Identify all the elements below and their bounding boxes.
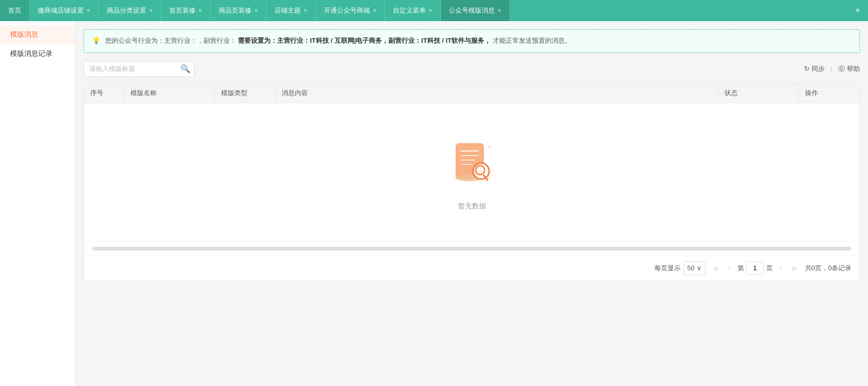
tab-wshop-settings-close[interactable]: × [87,7,90,14]
scrollbar-track[interactable] [92,247,851,251]
tab-open-wechat-shop-label: 开通公众号商城 [324,6,370,15]
prev-page-button[interactable]: ‹ [723,262,736,274]
notice-highlight: 需要设置为：主营行业：IT科技 / 互联网|电子商务，副营行业：IT科技 / I… [238,37,491,44]
help-button[interactable]: ⓪ 帮助 [838,64,860,73]
pagination-nav: ⊲ ‹ 第 页 › ⊳ [709,262,801,275]
empty-text: 暂无数据 [458,202,486,211]
top-navigation: 首页 微商城店铺设置 × 商品分类设置 × 首页装修 × 商品页装修 × 店铺主… [0,0,868,21]
column-name: 模版名称 [124,84,215,103]
data-table: 序号 模版名称 模版类型 消息内容 状态 操作 [84,83,860,281]
tab-template-msg[interactable]: 公众号模版消息 × [441,0,510,21]
current-page-input[interactable] [746,262,764,275]
column-index: 序号 [84,84,124,103]
tab-homepage-decor[interactable]: 首页装修 × [161,0,211,21]
tab-home[interactable]: 首页 [0,0,30,21]
tab-custom-menu-label: 自定义菜单 [393,6,426,15]
tab-shop-theme-label: 店铺主题 [275,6,301,15]
main-layout: 模版消息 模版消息记录 💡 您的公众号行业为：主营行业：，副营行业： 需要设置为… [0,21,868,386]
sidebar-item-template-msg-record[interactable]: 模版消息记录 [0,44,75,63]
tab-product-category[interactable]: 商品分类设置 × [99,0,161,21]
page-label: 第 [738,264,744,273]
pagination: 每页显示 50 ∨ ⊲ ‹ 第 页 › ⊳ 共0页，0条记录 [84,256,859,280]
tab-template-msg-close[interactable]: × [498,7,501,14]
sidebar-item-template-msg[interactable]: 模版消息 [0,25,75,44]
page-size-select[interactable]: 50 ∨ [684,261,705,275]
help-label: 帮助 [847,64,860,73]
svg-text:✦: ✦ [452,158,455,162]
search-button[interactable]: 🔍 [180,64,190,73]
tab-product-category-close[interactable]: × [149,7,153,14]
column-action: 操作 [799,84,859,103]
total-info: 共0页，0条记录 [805,264,851,273]
sidebar-item-template-msg-record-label: 模版消息记录 [10,49,52,57]
notice-suffix: 才能正常发送预置的消息。 [493,37,571,44]
column-type: 模版类型 [215,84,276,103]
content-area: 💡 您的公众号行业为：主营行业：，副营行业： 需要设置为：主营行业：IT科技 /… [76,21,868,386]
tab-homepage-decor-label: 首页装修 [169,6,195,15]
tab-custom-menu-close[interactable]: × [429,7,432,14]
page-size-chevron-icon: ∨ [697,264,702,272]
column-content: 消息内容 [276,84,718,103]
notice-prefix: 您的公众号行业为：主营行业：，副营行业： [105,37,236,44]
page-size-wrap: 每页显示 50 ∨ [654,261,705,275]
sync-icon: ↻ [804,65,810,72]
tab-open-wechat-shop[interactable]: 开通公众号商城 × [316,0,385,21]
tab-product-decor-close[interactable]: × [254,7,258,14]
table-header: 序号 模版名称 模版类型 消息内容 状态 操作 [84,84,859,103]
close-all-tabs-button[interactable]: × [847,0,868,21]
notice-box: 💡 您的公众号行业为：主营行业：，副营行业： 需要设置为：主营行业：IT科技 /… [84,29,860,53]
tab-homepage-decor-close[interactable]: × [198,7,202,14]
sidebar: 模版消息 模版消息记录 [0,21,76,386]
first-page-button[interactable]: ⊲ [709,262,721,274]
svg-text:✦: ✦ [487,144,491,149]
tab-wshop-settings-label: 微商城店铺设置 [38,6,84,15]
tab-open-wechat-shop-close[interactable]: × [373,7,376,14]
search-input-wrap: 🔍 [84,61,194,77]
tab-product-decor[interactable]: 商品页装修 × [211,0,266,21]
page-size-label: 每页显示 [654,264,681,273]
tab-wshop-settings[interactable]: 微商城店铺设置 × [30,0,99,21]
column-status: 状态 [718,84,799,103]
page-size-value: 50 [687,264,694,272]
horizontal-scrollbar[interactable] [84,241,859,256]
empty-illustration: ✦ ✦ [442,133,502,194]
tab-shop-theme-close[interactable]: × [304,7,307,14]
sync-button[interactable]: ↻ 同步 [804,64,825,73]
help-icon: ⓪ [838,64,845,73]
sidebar-item-template-msg-label: 模版消息 [10,30,38,38]
tab-product-decor-label: 商品页装修 [219,6,251,15]
sync-label: 同步 [812,64,825,73]
page-suffix: 页 [766,264,773,273]
empty-state: ✦ ✦ 暂无数据 [84,103,859,241]
tab-home-label: 首页 [8,6,21,15]
notice-icon: 💡 [92,37,100,44]
tab-template-msg-label: 公众号模版消息 [449,6,495,15]
search-actions: ↻ 同步 | ⓪ 帮助 [804,64,860,73]
divider: | [831,65,832,72]
search-input[interactable] [84,61,194,77]
tab-product-category-label: 商品分类设置 [107,6,146,15]
search-bar: 🔍 ↻ 同步 | ⓪ 帮助 [84,61,860,77]
tab-custom-menu[interactable]: 自定义菜单 × [385,0,441,21]
tab-shop-theme[interactable]: 店铺主题 × [266,0,316,21]
next-page-button[interactable]: › [775,262,787,274]
last-page-button[interactable]: ⊳ [789,262,801,274]
